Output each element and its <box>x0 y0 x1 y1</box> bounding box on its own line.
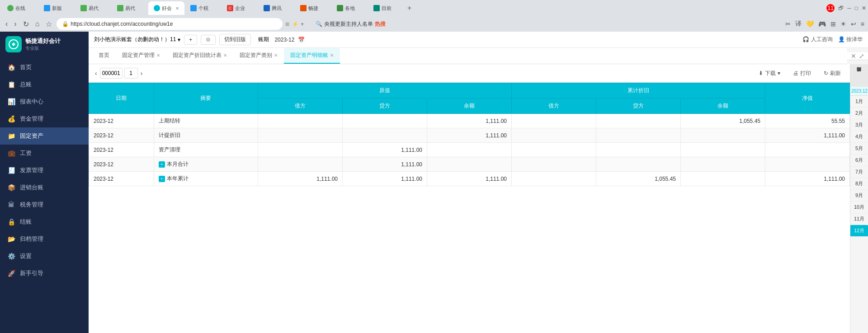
bookmark-button[interactable]: ☆ <box>44 19 54 29</box>
period-month-3[interactable]: 3月 <box>850 119 868 131</box>
tab-fixed-detail[interactable]: 固定资产明细账 ✕ <box>284 48 340 64</box>
close-icon[interactable]: ✕ <box>175 6 179 11</box>
sidebar-item-salary[interactable]: 💼 工资 <box>0 145 89 162</box>
support-btn[interactable]: 🎧 人工咨询 <box>802 36 832 43</box>
address-input[interactable]: 🔒 https://cloud.chanjet.com/accounting/u… <box>57 18 283 30</box>
download-button[interactable]: ⬇ 下载 ▾ <box>755 68 784 79</box>
user-avatar[interactable]: 👤 徐泽华 <box>838 36 863 43</box>
period-month-8[interactable]: 8月 <box>850 178 868 190</box>
settings-btn[interactable]: ⚙ <box>201 35 216 45</box>
browser-tab-geshui[interactable]: 个税 <box>185 1 221 15</box>
browser-tab-enterprise[interactable]: C 企业 <box>222 1 258 15</box>
sidebar-label-finance: 资金管理 <box>20 115 43 123</box>
restore-icon[interactable]: 🗗 <box>838 5 844 11</box>
panel-expand-button[interactable]: ⤢ <box>859 52 864 60</box>
period-month-5[interactable]: 5月 <box>850 143 868 155</box>
forward-button[interactable]: › <box>12 19 18 29</box>
new-tab-button[interactable]: + <box>405 4 414 12</box>
page-num-input[interactable] <box>124 68 138 79</box>
sidebar-item-tax[interactable]: 🏛 税务管理 <box>0 196 89 213</box>
tab-fixed-depreciation[interactable]: 固定资产折旧统计表 ✕ <box>166 48 233 64</box>
tab-fixed-mgmt-close[interactable]: ✕ <box>156 53 160 58</box>
period-month-12[interactable]: 12月 <box>850 225 868 237</box>
sidebar-item-invoice[interactable]: 🧾 发票管理 <box>0 162 89 179</box>
tab-fixed-category-close[interactable]: ✕ <box>274 53 278 58</box>
browser-tab-yidai2[interactable]: 易代 <box>112 1 148 15</box>
account-dropdown[interactable]: 刘小艳演示账套（勿删勿动！）11 ▾ <box>94 36 180 43</box>
switch-version-button[interactable]: 切到旧版 <box>219 34 251 45</box>
sidebar-item-settings[interactable]: ⚙️ 设置 <box>0 248 89 265</box>
period-selected-year[interactable]: 2023.12 <box>850 87 868 96</box>
wallet-icon[interactable]: 💛 <box>806 20 814 28</box>
sidebar-label-salary: 工资 <box>20 149 32 157</box>
sidebar-item-closing[interactable]: 🔒 结账 <box>0 213 89 230</box>
panel-close-button[interactable]: ✕ <box>851 52 856 60</box>
period-month-9[interactable]: 9月 <box>850 190 868 202</box>
page-code-input[interactable] <box>100 68 123 79</box>
add-account-button[interactable]: + <box>184 35 197 45</box>
sidebar-item-finance[interactable]: 💰 资金管理 <box>0 110 89 127</box>
undo-icon[interactable]: ↩ <box>851 20 856 28</box>
browser-tab-online[interactable]: 在线 <box>2 1 38 15</box>
td-orig-credit-0 <box>342 114 427 128</box>
browser-tab-gedi[interactable]: 各地 <box>331 1 368 15</box>
closing-icon: 🔒 <box>7 218 15 225</box>
sidebar-label-closing: 结账 <box>20 218 32 226</box>
tab-home[interactable]: 首页 <box>92 48 116 64</box>
home-button[interactable]: ⌂ <box>33 19 42 29</box>
sidebar-item-report[interactable]: 📊 报表中心 <box>0 93 89 110</box>
tab-fixed-detail-close[interactable]: ✕ <box>330 53 334 58</box>
maximize-icon[interactable]: □ <box>855 5 858 11</box>
tab-label-geshui: 个税 <box>198 5 208 12</box>
menu-icon[interactable]: ≡ <box>861 20 864 28</box>
refresh-button[interactable]: ↻ 刷新 <box>820 68 844 79</box>
td-date-0: 2023-12 <box>89 114 154 128</box>
period-month-1[interactable]: 1月 <box>850 96 868 108</box>
brightness-icon[interactable]: ☀ <box>840 20 846 28</box>
browser-tab-tencent[interactable]: 腾讯 <box>258 1 294 15</box>
tab-fixed-depreciation-close[interactable]: ✕ <box>223 53 227 58</box>
tab-fixed-mgmt[interactable]: 固定资产管理 ✕ <box>116 48 166 64</box>
browser-tab-new[interactable]: 新版 <box>38 1 75 15</box>
browser-tab-changjie[interactable]: 畅捷 <box>295 1 331 15</box>
scissors-icon[interactable]: ✂ <box>785 20 791 28</box>
chevron-down-icon[interactable]: ▾ <box>301 21 304 27</box>
sidebar-item-fixed[interactable]: 📁 固定资产 <box>0 127 89 145</box>
gamepad-icon[interactable]: 🎮 <box>818 20 826 28</box>
sidebar-item-archive[interactable]: 📂 归档管理 <box>0 230 89 248</box>
prev-page-button[interactable]: ‹ <box>94 69 98 78</box>
tab-fixed-category[interactable]: 固定资产类别 ✕ <box>233 48 284 64</box>
translate-icon[interactable]: 译 <box>795 20 802 28</box>
reload-button[interactable]: ↻ <box>21 19 31 29</box>
next-page-button[interactable]: › <box>140 69 144 78</box>
browser-tab-muqian[interactable]: 目前 <box>368 1 404 15</box>
period-month-4[interactable]: 4月 <box>850 131 868 143</box>
period-month-10[interactable]: 10月 <box>850 202 868 213</box>
back-button[interactable]: ‹ <box>4 19 9 29</box>
grid-icon[interactable]: ⊞ <box>830 20 836 28</box>
browser-tab-yidai1[interactable]: 易代 <box>75 1 111 15</box>
sidebar-item-guide[interactable]: 🚀 新手引导 <box>0 265 89 282</box>
browser-tab-haohui[interactable]: 好会 ✕ <box>148 1 184 15</box>
sidebar-item-home[interactable]: 🏠 首页 <box>0 59 89 76</box>
period-month-11[interactable]: 11月 <box>850 213 868 225</box>
tab-fixed-detail-label: 固定资产明细账 <box>290 52 328 59</box>
minimize-icon[interactable]: ─ <box>847 5 851 11</box>
td-orig-debit-0 <box>258 114 342 128</box>
sidebar-item-inventory[interactable]: 📦 进销台账 <box>0 179 89 196</box>
tab-label-new: 新版 <box>52 5 62 12</box>
th-original: 原值 <box>258 83 511 98</box>
period-month-7[interactable]: 7月 <box>850 166 868 178</box>
td-acc-credit-3 <box>596 157 680 172</box>
fixed-icon: 📁 <box>7 132 15 140</box>
print-button[interactable]: 🖨 打印 <box>789 68 815 79</box>
sidebar-label-invoice: 发票管理 <box>20 166 43 174</box>
window-close-icon[interactable]: ✕ <box>862 5 866 11</box>
td-acc-credit-0 <box>596 114 680 128</box>
td-acc-balance-2 <box>680 143 765 157</box>
period-month-2[interactable]: 2月 <box>850 108 868 119</box>
period-month-6[interactable]: 6月 <box>850 155 868 166</box>
sidebar-item-ledger[interactable]: 📋 总账 <box>0 76 89 93</box>
calendar-icon[interactable]: 📅 <box>298 37 305 43</box>
td-summary-3: +本月合计 <box>154 157 258 172</box>
